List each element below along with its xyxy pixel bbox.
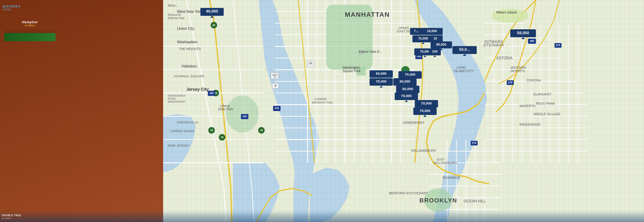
hotel-list: Hampton by Hilton Hampton Inn Manhattan-… bbox=[0, 0, 163, 222]
hotel-image-doubletree: DOUBLE TREEby Hilton bbox=[4, 101, 56, 135]
hotel-card-doubletree: DOUBLE TREEby Hilton DoubleTree by Hilto… bbox=[0, 96, 163, 145]
